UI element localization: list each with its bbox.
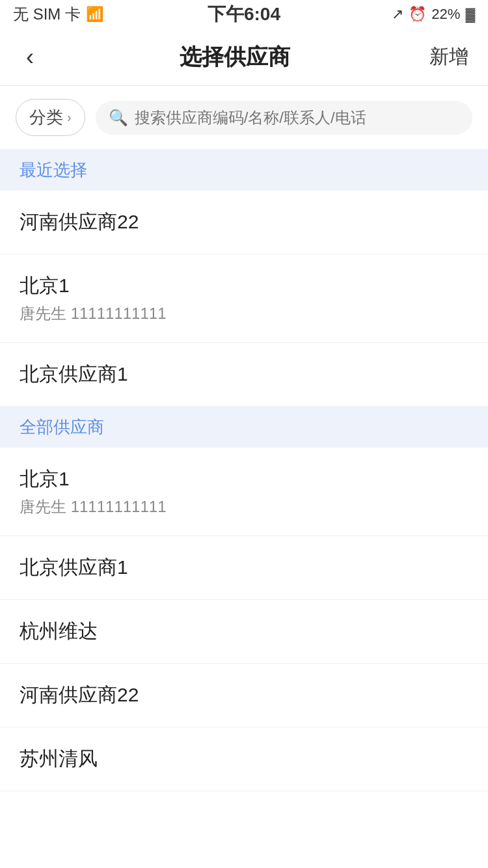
sim-label: 无 SIM 卡	[13, 4, 81, 25]
battery-icon: ▓	[465, 7, 475, 22]
status-left: 无 SIM 卡 📶	[13, 4, 103, 25]
all-item-3[interactable]: 河南供应商22	[0, 664, 488, 727]
all-item-0[interactable]: 北京1 唐先生 11111111111	[0, 448, 488, 536]
search-input[interactable]	[135, 109, 459, 127]
recent-item-sub-1: 唐先生 11111111111	[20, 303, 468, 324]
chevron-right-icon: ›	[67, 110, 72, 125]
filter-label: 分类	[29, 106, 63, 129]
all-list: 北京1 唐先生 11111111111 北京供应商1 杭州维达 河南供应商22 …	[0, 448, 488, 791]
recent-section-header: 最近选择	[0, 150, 488, 191]
search-input-wrap[interactable]: 🔍	[96, 101, 472, 135]
recent-item-2[interactable]: 北京供应商1	[0, 343, 488, 407]
all-item-name-2: 杭州维达	[20, 618, 468, 645]
battery-level: 22%	[431, 6, 460, 23]
all-item-name-4: 苏州清风	[20, 746, 468, 772]
recent-item-name-0: 河南供应商22	[20, 209, 468, 236]
recent-item-0[interactable]: 河南供应商22	[0, 191, 488, 254]
all-item-2[interactable]: 杭州维达	[0, 600, 488, 664]
nav-bar: ‹ 选择供应商 新增	[0, 29, 488, 86]
location-icon: ↗	[392, 6, 403, 23]
all-item-name-1: 北京供应商1	[20, 554, 468, 581]
all-section-label: 全部供应商	[20, 417, 104, 437]
recent-item-name-2: 北京供应商1	[20, 361, 468, 388]
recent-item-name-1: 北京1	[20, 273, 468, 299]
recent-list: 河南供应商22 北京1 唐先生 11111111111 北京供应商1	[0, 191, 488, 407]
status-right: ↗ ⏰ 22% ▓	[392, 6, 475, 23]
alarm-icon: ⏰	[409, 6, 426, 23]
wifi-icon: 📶	[86, 6, 103, 23]
search-icon: 🔍	[109, 109, 128, 127]
all-item-name-3: 河南供应商22	[20, 682, 468, 709]
page-title: 选择供应商	[180, 42, 290, 72]
recent-section-label: 最近选择	[20, 160, 87, 180]
filter-button[interactable]: 分类 ›	[16, 99, 85, 136]
all-section-header: 全部供应商	[0, 407, 488, 448]
all-item-1[interactable]: 北京供应商1	[0, 536, 488, 600]
back-button[interactable]: ‹	[20, 37, 40, 77]
all-item-sub-0: 唐先生 11111111111	[20, 496, 468, 517]
all-item-4[interactable]: 苏州清风	[0, 727, 488, 791]
status-time: 下午6:04	[208, 2, 280, 27]
recent-item-1[interactable]: 北京1 唐先生 11111111111	[0, 254, 488, 343]
search-bar: 分类 › 🔍	[0, 86, 488, 150]
status-bar: 无 SIM 卡 📶 下午6:04 ↗ ⏰ 22% ▓	[0, 0, 488, 29]
all-item-name-0: 北京1	[20, 466, 468, 493]
add-button[interactable]: 新增	[429, 44, 468, 70]
